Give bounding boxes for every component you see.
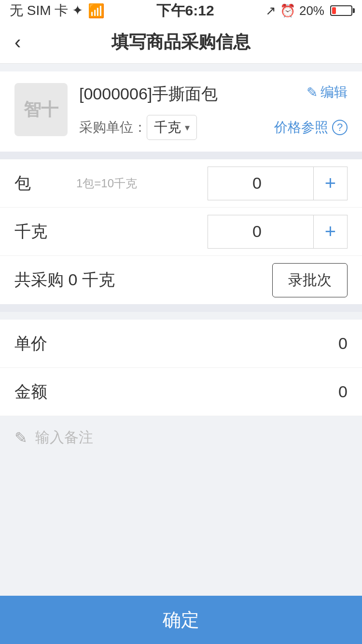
unit-price-row: 单价 0 <box>0 320 362 368</box>
amount-value: 0 <box>338 382 348 401</box>
status-bar: 无 SIM 卡 ✦ 📶 下午6:12 ↗ ⏰ 20% <box>0 0 362 21</box>
battery-icon <box>330 5 352 16</box>
bag-input-control: + <box>208 167 348 200</box>
notes-section[interactable]: ✎ 输入备注 <box>0 416 362 459</box>
empty-space <box>0 459 362 604</box>
input-section: 包 1包=10千克 + 千克 + 共采购 0 千克 录批次 <box>0 159 362 304</box>
location-icon: ↗ <box>265 3 276 18</box>
kg-input-row: 千克 + <box>0 208 362 256</box>
unit-price-label: 单价 <box>14 333 47 355</box>
wifi-icon: 📶 <box>88 3 105 19</box>
help-icon: ? <box>332 120 348 135</box>
price-ref-label: 价格参照 <box>274 118 328 137</box>
price-ref-button[interactable]: 价格参照 ? <box>274 118 348 137</box>
nav-bar: ‹ 填写商品采购信息 <box>0 21 362 64</box>
notes-icon: ✎ <box>14 429 28 447</box>
product-header: [0000006]手撕面包 ✎ 编辑 <box>79 83 348 105</box>
kg-number-input[interactable] <box>208 215 314 249</box>
alarm-icon: ⏰ <box>280 3 295 18</box>
bag-number-input[interactable] <box>208 167 314 200</box>
kg-input-control: + <box>208 215 348 249</box>
summary-text: 共采购 0 千克 <box>14 269 115 291</box>
product-name: [0000006]手撕面包 <box>79 83 297 105</box>
section-divider-2 <box>0 304 362 312</box>
kg-plus-button[interactable]: + <box>314 215 348 249</box>
status-bar-right: ↗ ⏰ 20% <box>265 3 352 18</box>
amount-row: 金额 0 <box>0 368 362 416</box>
record-batch-button[interactable]: 录批次 <box>272 263 348 297</box>
section-divider-1 <box>0 152 362 159</box>
unit-price-value: 0 <box>338 334 348 353</box>
confirm-button[interactable]: 确定 <box>0 596 362 644</box>
edit-icon: ✎ <box>306 84 318 100</box>
unit-label: 采购单位： <box>79 118 147 137</box>
kg-label: 千克 <box>14 221 72 243</box>
product-unit-row: 采购单位： 千克 ▾ 价格参照 ? <box>79 115 348 140</box>
unit-select[interactable]: 千克 ▾ <box>147 115 197 140</box>
price-section: 单价 0 金额 0 <box>0 320 362 416</box>
product-image: 智十 <box>14 83 68 136</box>
status-bar-time: 下午6:12 <box>156 1 214 21</box>
bag-label: 包 <box>14 172 72 195</box>
edit-label: 编辑 <box>320 83 348 101</box>
battery-percent: 20% <box>299 3 324 18</box>
product-info: [0000006]手撕面包 ✎ 编辑 采购单位： 千克 ▾ 价格参照 ? <box>79 83 348 140</box>
amount-label: 金额 <box>14 381 47 403</box>
edit-button[interactable]: ✎ 编辑 <box>306 83 348 101</box>
page-title: 填写商品采购信息 <box>111 30 251 54</box>
unit-value: 千克 <box>154 118 181 137</box>
product-image-text: 智十 <box>24 98 58 122</box>
notes-placeholder: 输入备注 <box>35 428 93 448</box>
product-card: 智十 [0000006]手撕面包 ✎ 编辑 采购单位： 千克 ▾ <box>0 71 362 152</box>
bag-sublabel: 1包=10千克 <box>76 176 208 191</box>
bag-input-row: 包 1包=10千克 + <box>0 159 362 208</box>
bag-plus-button[interactable]: + <box>314 167 348 200</box>
summary-row: 共采购 0 千克 录批次 <box>0 256 362 304</box>
back-button[interactable]: ‹ <box>10 27 26 58</box>
chevron-down-icon: ▾ <box>185 122 190 133</box>
status-bar-left: 无 SIM 卡 ✦ 📶 <box>10 1 105 20</box>
signal-text: 无 SIM 卡 ✦ <box>10 1 83 20</box>
